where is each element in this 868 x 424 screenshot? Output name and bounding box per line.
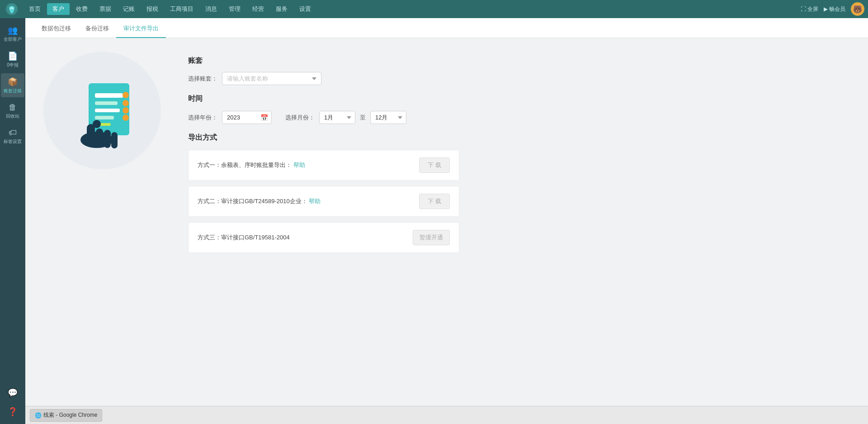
- content-area: 数据包迁移 备份迁移 审计文件导出: [25, 18, 868, 424]
- method3-text: 方式三：审计接口GB/T19581-2004: [198, 233, 290, 242]
- sidebar: 👥 全部客户 📄 0申报 📦 账套迁移 🗑 回收站 🏷 标签设置 💬 ❓: [0, 18, 25, 424]
- month-end-select[interactable]: 1月2月3月 4月5月6月 7月8月9月 10月11月12月: [370, 111, 406, 124]
- sidebar-item-zero-declare[interactable]: 📄 0申报: [1, 48, 24, 71]
- nav-message[interactable]: 消息: [200, 3, 222, 15]
- fullscreen-label: 全屏: [807, 5, 818, 13]
- svg-point-7: [123, 100, 129, 106]
- method2-download-button[interactable]: 下 载: [419, 194, 450, 209]
- year-label: 选择年份：: [188, 114, 217, 122]
- account-select-input[interactable]: 请输入账套名称: [222, 72, 321, 85]
- method1-description: 方式一：余额表、序时账批量导出：: [198, 162, 292, 168]
- app-logo: [4, 1, 20, 17]
- method2-description: 方式二：审计接口GB/T24589-2010企业：: [198, 198, 307, 205]
- export-method-3: 方式三：审计接口GB/T19581-2004 暂缓开通: [188, 222, 459, 253]
- main-layout: 👥 全部客户 📄 0申报 📦 账套迁移 🗑 回收站 🏷 标签设置 💬 ❓: [0, 18, 868, 424]
- svg-rect-3: [95, 101, 118, 105]
- time-row: 选择年份： 📅 选择月份： 1月2月3月 4月5月6月 7月8月9月 10月11…: [188, 111, 459, 124]
- month-start-select[interactable]: 1月2月3月 4月5月6月 7月8月9月 10月11月12月: [319, 111, 355, 124]
- nav-operation[interactable]: 经营: [247, 3, 269, 15]
- svg-point-6: [123, 92, 129, 98]
- month-label: 选择月份：: [285, 114, 315, 122]
- account-select-label: 选择账套：: [188, 75, 217, 83]
- video-icon: ▶: [824, 6, 828, 12]
- illustration-svg: [61, 65, 143, 156]
- method1-text: 方式一：余额表、序时账批量导出： 帮助: [198, 161, 305, 169]
- sidebar-label-tag: 标签设置: [4, 139, 22, 144]
- nav-business[interactable]: 工商项目: [165, 3, 199, 15]
- member-button[interactable]: ▶ 畅会员: [824, 5, 845, 13]
- nav-customer[interactable]: 客户: [47, 3, 70, 15]
- taskbar-item-label: 线索 - Google Chrome: [43, 411, 97, 419]
- month-separator: 至: [360, 114, 366, 122]
- svg-rect-15: [111, 132, 118, 148]
- sidebar-label-recycle: 回收站: [6, 114, 19, 119]
- nav-home[interactable]: 首页: [24, 3, 46, 15]
- sidebar-item-help[interactable]: ❓: [1, 403, 24, 420]
- page-content: 账套 选择账套： 请输入账套名称 时间 选择年份： 📅 选择月份：: [25, 38, 868, 406]
- sidebar-item-account-migrate[interactable]: 📦 账套迁移: [1, 73, 24, 97]
- svg-point-9: [123, 114, 129, 121]
- section-account-title: 账套: [188, 56, 459, 66]
- top-navigation: 首页 客户 收费 票据 记账 报税 工商项目 消息 管理 经营 服务 设置 ⛶ …: [0, 0, 868, 18]
- tab-backup-migration[interactable]: 备份迁移: [78, 20, 116, 38]
- year-input-wrap: 📅: [222, 111, 272, 124]
- recycle-icon: 🗑: [9, 103, 17, 112]
- svg-rect-2: [95, 93, 123, 98]
- method2-help-link[interactable]: 帮助: [309, 198, 321, 205]
- fullscreen-button[interactable]: ⛶ 全屏: [801, 5, 818, 13]
- tag-icon: 🏷: [9, 128, 17, 138]
- customers-icon: 👥: [8, 25, 18, 35]
- export-method-1: 方式一：余额表、序时账批量导出： 帮助 下 载: [188, 150, 459, 181]
- tab-data-migration[interactable]: 数据包迁移: [34, 20, 78, 38]
- sidebar-item-recycle[interactable]: 🗑 回收站: [1, 99, 24, 123]
- section-export-title: 导出方式: [188, 133, 459, 143]
- section-time-title: 时间: [188, 94, 459, 104]
- sidebar-label-customers: 全部客户: [4, 37, 22, 42]
- year-input[interactable]: [222, 111, 272, 124]
- nav-service[interactable]: 服务: [270, 3, 293, 15]
- form-area: 账套 选择账套： 请输入账套名称 时间 选择年份： 📅 选择月份：: [188, 52, 459, 258]
- nav-settings[interactable]: 设置: [294, 3, 316, 15]
- method3-description: 方式三：审计接口GB/T19581-2004: [198, 234, 290, 241]
- svg-rect-12: [87, 124, 95, 147]
- svg-point-16: [93, 120, 101, 128]
- taskbar: 🌐 线索 - Google Chrome: [25, 406, 868, 424]
- illustration-circle: [43, 52, 161, 169]
- svg-rect-5: [95, 116, 114, 119]
- svg-rect-4: [95, 109, 120, 112]
- taskbar-chrome-item[interactable]: 🌐 线索 - Google Chrome: [30, 409, 102, 422]
- svg-point-8: [123, 107, 129, 114]
- nav-manage[interactable]: 管理: [223, 3, 246, 15]
- svg-rect-14: [104, 130, 111, 148]
- account-select-row: 选择账套： 请输入账套名称: [188, 72, 459, 85]
- nav-accounting[interactable]: 记账: [118, 3, 140, 15]
- help-icon: ❓: [8, 407, 18, 417]
- nav-invoice[interactable]: 票据: [94, 3, 117, 15]
- sidebar-item-all-customers[interactable]: 👥 全部客户: [1, 22, 24, 46]
- sidebar-label-migrate: 账套迁移: [4, 88, 22, 94]
- tab-bar: 数据包迁移 备份迁移 审计文件导出: [25, 18, 868, 38]
- nav-billing[interactable]: 收费: [71, 3, 93, 15]
- nav-items-list: 首页 客户 收费 票据 记账 报税 工商项目 消息 管理 经营 服务 设置: [24, 3, 801, 15]
- sidebar-item-chat[interactable]: 💬: [1, 384, 24, 401]
- fullscreen-icon: ⛶: [801, 6, 806, 12]
- tab-audit-export[interactable]: 审计文件导出: [116, 20, 166, 38]
- top-nav-right: ⛶ 全屏 ▶ 畅会员 🐻: [801, 2, 864, 16]
- sidebar-bottom: 💬 ❓: [1, 384, 24, 420]
- illustration-area: [43, 52, 161, 169]
- svg-rect-13: [96, 129, 103, 148]
- chrome-icon: 🌐: [35, 412, 42, 419]
- user-avatar[interactable]: 🐻: [851, 2, 864, 16]
- chat-icon: 💬: [8, 388, 18, 398]
- method1-download-button[interactable]: 下 载: [419, 157, 450, 173]
- method3-coming-soon-button[interactable]: 暂缓开通: [413, 230, 450, 245]
- method1-help-link[interactable]: 帮助: [293, 162, 305, 168]
- member-label: 畅会员: [829, 5, 845, 13]
- export-method-2: 方式二：审计接口GB/T24589-2010企业： 帮助 下 载: [188, 186, 459, 217]
- sidebar-label-declare: 0申报: [7, 62, 19, 68]
- method2-text: 方式二：审计接口GB/T24589-2010企业： 帮助: [198, 197, 321, 205]
- nav-tax[interactable]: 报税: [141, 3, 164, 15]
- sidebar-item-tag-settings[interactable]: 🏷 标签设置: [1, 124, 24, 148]
- migrate-icon: 📦: [8, 77, 18, 87]
- declare-icon: 📄: [8, 51, 18, 61]
